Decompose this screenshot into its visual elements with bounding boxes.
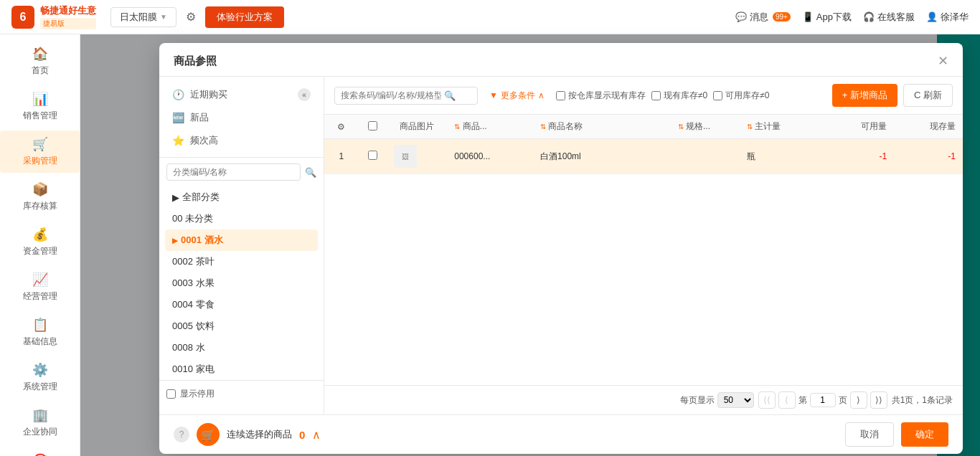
th-product-spec[interactable]: ⇅ 规格... [671,115,740,139]
topbar: 6 畅捷通好生意 捷易版 日太阳膜 ▼ ⚙ 体验行业方案 💬 消息 99+ 📱 … [0,0,980,34]
message-item[interactable]: 💬 消息 99+ [735,11,791,24]
sidebar-item-finance[interactable]: 💰 资金管理 [0,221,80,263]
th-stock[interactable]: 现存量 [894,115,963,139]
sidebar-item-enterprise[interactable]: 🏢 企业协同 [0,402,80,444]
table-row[interactable]: 1 🖼 000600... [324,139,963,174]
category-0004[interactable]: 0004 零食 [165,294,318,315]
sales-icon: 📊 [32,91,48,107]
toolbar-actions: + 新增商品 C 刷新 [832,84,953,107]
logo-area: 6 畅捷通好生意 捷易版 [11,4,96,29]
per-page-dropdown[interactable]: 50 10 20 100 [717,392,754,408]
page-first-button[interactable]: ⟨⟨ [758,391,776,409]
modal-body: 🕐 近期购买 « 🆕 新品 ⭐ 频次高 [159,77,963,414]
current-stock-checkbox[interactable] [651,91,661,100]
select-all-checkbox[interactable] [368,121,377,130]
checkbox-available-stock[interactable]: 可用库存≠0 [713,90,769,102]
cat-label-0005: 0005 饮料 [172,320,215,333]
row-product-unit: 瓶 [740,139,809,174]
tab-recent-purchase[interactable]: 🕐 近期购买 « [165,84,318,105]
home-icon: 🏠 [32,46,48,62]
available-stock-checkbox[interactable] [713,91,722,100]
category-tree: ▶ 全部分类 00 未分类 ▶ 0001 酒水 0002 茶 [159,186,324,380]
show-disabled-checkbox[interactable] [166,389,176,399]
category-0003[interactable]: 0003 水果 [165,272,318,294]
confirm-button[interactable]: 确定 [901,422,948,447]
category-0001[interactable]: ▶ 0001 酒水 [165,229,318,251]
refresh-button[interactable]: C 刷新 [903,84,953,107]
sidebar-item-sales[interactable]: 📊 销售管理 [0,85,80,128]
sort-icon-name: ⇅ [540,123,546,130]
page-next-button[interactable]: ⟩ [850,391,867,409]
help-icon[interactable]: ? [174,427,189,442]
page-number-input[interactable] [810,393,836,407]
th-img-label: 商品图片 [400,121,434,131]
logo-text: 畅捷通好生意 捷易版 [40,4,96,29]
th-available[interactable]: 可用量 [808,115,894,139]
cart-icon-button[interactable]: 🛒 [197,423,220,446]
collapse-button[interactable]: « [298,88,311,101]
collapse-up-icon[interactable]: ∧ [312,428,321,442]
cat-label-all: 全部分类 [182,191,220,204]
tab-frequent[interactable]: ⭐ 频次高 [165,130,318,151]
th-product-name[interactable]: ⇅ 商品名称 [533,115,671,139]
main-layout: 🏠 首页 📊 销售管理 🛒 采购管理 📦 库存核算 💰 资金管理 📈 经营管理 … [0,34,980,456]
sidebar-item-operation[interactable]: 📈 经营管理 [0,266,80,308]
th-product-unit[interactable]: ⇅ 主计量 [740,115,809,139]
th-name-label: 商品名称 [548,121,583,131]
category-00[interactable]: 00 未分类 [165,208,318,229]
enterprise-icon: 🏢 [32,407,48,423]
category-0002[interactable]: 0002 茶叶 [165,251,318,272]
row-available-qty: -1 [808,139,894,174]
right-panel: 🔍 ▼ 更多条件 ∧ 按仓库显示现有库存 [324,77,963,414]
category-all[interactable]: ▶ 全部分类 [165,186,318,208]
sidebar-item-inventory[interactable]: 📦 库存核算 [0,176,80,218]
category-0005[interactable]: 0005 饮料 [165,315,318,337]
tab-new-products[interactable]: 🆕 新品 [165,107,318,128]
sidebar-label-inventory: 库存核算 [23,200,57,212]
category-search-icon[interactable]: 🔍 [305,167,316,178]
demo-button[interactable]: 体验行业方案 [205,6,284,28]
tab-new-label: 新品 [190,111,209,124]
sidebar-item-guide[interactable]: 🎯 新手引导 [0,447,80,456]
table-header-row: ⚙ 商品图片 ⇅ 商品... [324,115,963,139]
footer-actions: 取消 确定 [845,422,948,447]
category-0010[interactable]: 0010 家电 [165,358,318,380]
th-settings[interactable]: ⚙ [324,115,359,139]
search-icon[interactable]: 🔍 [444,90,456,101]
add-product-button[interactable]: + 新增商品 [832,84,897,107]
app-download-item[interactable]: 📱 App下载 [802,11,852,24]
stock-qty-value: -1 [948,151,956,161]
th-checkbox[interactable] [359,115,387,139]
modal-header: 商品参照 ✕ [159,43,963,77]
row-select-checkbox[interactable] [368,151,377,160]
product-search-input[interactable] [341,90,441,100]
category-search-input[interactable] [166,163,301,181]
checkbox-current-stock[interactable]: 现有库存≠0 [651,90,707,102]
product-search-box[interactable]: 🔍 [334,87,478,105]
sidebar-item-system[interactable]: ⚙️ 系统管理 [0,356,80,399]
sidebar-label-sales: 销售管理 [23,110,57,122]
th-product-code[interactable]: ⇅ 商品... [447,115,533,139]
category-0008[interactable]: 0008 水 [165,337,318,358]
sidebar-item-purchase[interactable]: 🛒 采购管理 [0,130,80,173]
page-last-button[interactable]: ⟩⟩ [870,391,887,409]
sidebar-label-home: 首页 [32,65,49,77]
service-item[interactable]: 🎧 在线客服 [863,11,915,24]
user-item[interactable]: 👤 徐泽华 [926,11,969,24]
modal-close-button[interactable]: ✕ [938,53,948,69]
warehouse-stock-checkbox[interactable] [556,91,565,100]
available-stock-label: 可用库存≠0 [725,90,769,102]
row-checkbox[interactable] [359,139,387,174]
sidebar-item-home[interactable]: 🏠 首页 [0,40,80,82]
topbar-right: 💬 消息 99+ 📱 App下载 🎧 在线客服 👤 徐泽华 [735,11,969,24]
nav-select[interactable]: 日太阳膜 ▼ [110,7,176,27]
operation-icon: 📈 [32,272,48,288]
filter-button[interactable]: ▼ 更多条件 ∧ [484,87,550,105]
purchase-icon: 🛒 [32,136,48,152]
page-prev-button[interactable]: ⟨ [778,391,796,409]
cancel-button[interactable]: 取消 [845,422,894,447]
sidebar-item-basic-info[interactable]: 📋 基础信息 [0,311,80,353]
gear-icon[interactable]: ⚙ [179,6,202,29]
checkbox-warehouse-stock[interactable]: 按仓库显示现有库存 [556,90,646,102]
cart-label: 连续选择的商品 [227,428,292,441]
